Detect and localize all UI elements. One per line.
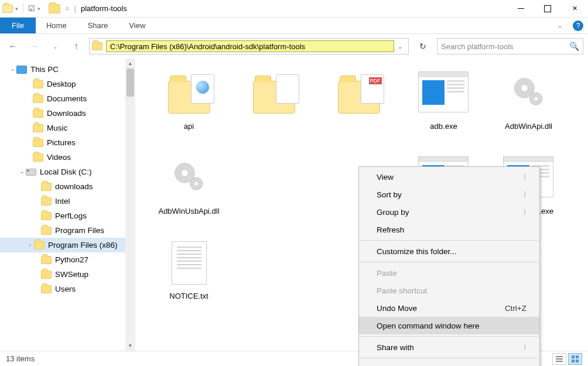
app-folder-icon [2,5,13,13]
tree-label: Program Files (x86) [48,241,118,249]
file-item-adbwinusbapi[interactable]: AdbWinUsbApi.dll [146,150,231,235]
scroll-down-icon[interactable]: ▾ [125,341,135,351]
icons-view-button[interactable] [568,353,582,365]
scroll-thumb[interactable] [127,69,134,97]
tree-swsetup[interactable]: SWSetup [0,267,125,282]
tree-label: Pictures [47,138,76,147]
file-item-notice[interactable]: NOTICE.txt [146,235,231,320]
address-dropdown-icon[interactable]: ⌄ [394,43,406,50]
tree-pictures[interactable]: Pictures [0,135,125,150]
folder-icon [34,241,45,249]
tree-label: Music [47,124,67,132]
pc-icon [16,66,27,74]
svg-point-1 [521,84,528,91]
qat-properties-icon[interactable]: ☑ [27,4,36,13]
details-view-button[interactable] [552,353,566,365]
svg-point-5 [181,169,188,176]
tree-perflogs[interactable]: PerfLogs [0,208,125,223]
menu-group-by[interactable]: Group by〉 [359,203,539,221]
tree-program-files-x86[interactable]: Program Files (x86) [0,238,125,252]
expander-icon[interactable] [18,167,26,175]
tree-desktop[interactable]: Desktop [0,77,125,91]
folder-icon [41,212,52,220]
menu-new[interactable]: New〉 [359,360,539,366]
menu-undo-move[interactable]: Undo MoveCtrl+Z [359,299,539,317]
address-bar[interactable]: C:\Program Files (x86)\Android\android-s… [89,38,409,54]
file-view[interactable]: api adb.exe [136,59,588,351]
back-button[interactable]: ← [5,38,21,54]
file-item-api[interactable]: api [146,66,231,150]
file-item-adb[interactable]: adb.exe [401,66,486,150]
maximize-button[interactable] [534,0,561,18]
menu-separator [360,358,539,358]
window-controls: ✕ [507,0,588,18]
help-button[interactable]: ? [573,20,583,31]
expander-icon[interactable] [26,241,34,248]
tree-program-files[interactable]: Program Files [0,223,125,238]
address-folder-icon [92,42,102,50]
file-label: api [184,122,194,132]
window-title: platform-tools [81,4,127,13]
up-button[interactable]: ↑ [68,38,84,54]
tree-label: Program Files [55,226,104,235]
tree-documents[interactable]: Documents [0,91,125,106]
minimize-button[interactable] [507,0,534,18]
address-path[interactable]: C:\Program Files (x86)\Android\android-s… [106,40,394,52]
search-placeholder: Search platform-tools [441,42,569,51]
file-tab[interactable]: File [0,18,36,33]
ribbon-collapse-icon[interactable]: ⌄ [552,22,568,29]
scroll-up-icon[interactable]: ▴ [125,59,135,69]
menu-share-with[interactable]: Share with〉 [359,338,539,356]
expander-icon[interactable] [8,65,16,73]
tree-scrollbar[interactable]: ▴ ▾ [125,59,135,351]
submenu-arrow-icon: 〉 [523,190,530,200]
tree-videos[interactable]: Videos [0,150,125,165]
file-item[interactable] [231,150,316,235]
tree-label: Users [55,285,76,293]
menu-view[interactable]: View〉 [359,168,539,186]
file-item-folder[interactable] [231,66,316,150]
search-input[interactable]: Search platform-tools 🔍 [437,38,583,54]
submenu-arrow-icon: 〉 [523,207,530,217]
svg-point-7 [194,182,199,186]
menu-sort-by[interactable]: Sort by〉 [359,186,539,203]
forward-button[interactable]: → [26,38,42,54]
file-item-adbwinapi[interactable]: AdbWinApi.dll [486,66,571,150]
title-separator: = [65,4,70,13]
recent-locations-dropdown[interactable]: ⌄ [47,38,63,54]
tab-home[interactable]: Home [36,18,77,33]
file-item-folder[interactable] [316,66,401,150]
title-pipe: | [74,4,76,13]
menu-refresh[interactable]: Refresh [359,221,539,238]
tree-intel[interactable]: Intel [0,194,125,208]
svg-point-3 [534,97,538,101]
tree-music[interactable]: Music [0,121,125,135]
file-label: NOTICE.txt [169,292,208,302]
file-label: adb.exe [430,122,457,132]
tree-users[interactable]: Users [0,282,125,296]
folder-icon [33,80,43,88]
tree-downloads-folder[interactable]: downloads [0,179,125,194]
tree-local-disk[interactable]: Local Disk (C:) [0,165,125,179]
folder-icon [33,139,43,147]
tab-view[interactable]: View [118,18,156,33]
tree-downloads[interactable]: Downloads [0,106,125,121]
tree-python27[interactable]: Python27 [0,252,125,267]
file-label: AdbWinApi.dll [505,122,552,132]
menu-shortcut: Ctrl+Z [505,304,527,313]
folder-icon [33,110,43,118]
tree-this-pc[interactable]: This PC [0,62,125,77]
navigation-bar: ← → ⌄ ↑ C:\Program Files (x86)\Android\a… [0,34,588,59]
tree-label: SWSetup [55,270,88,279]
tree-label: Python27 [55,255,88,264]
qat-customize-dropdown[interactable]: ▾ [37,6,40,12]
tree-label: Intel [55,197,70,206]
tab-share[interactable]: Share [77,18,119,33]
gear-icon [166,155,213,202]
menu-open-command-window[interactable]: Open command window here [359,317,539,334]
refresh-button[interactable]: ↻ [413,38,432,54]
menu-customize[interactable]: Customize this folder... [359,242,539,260]
menu-separator [360,240,539,241]
qat-dropdown-icon[interactable]: ▾ [14,6,19,12]
close-button[interactable]: ✕ [561,0,588,18]
